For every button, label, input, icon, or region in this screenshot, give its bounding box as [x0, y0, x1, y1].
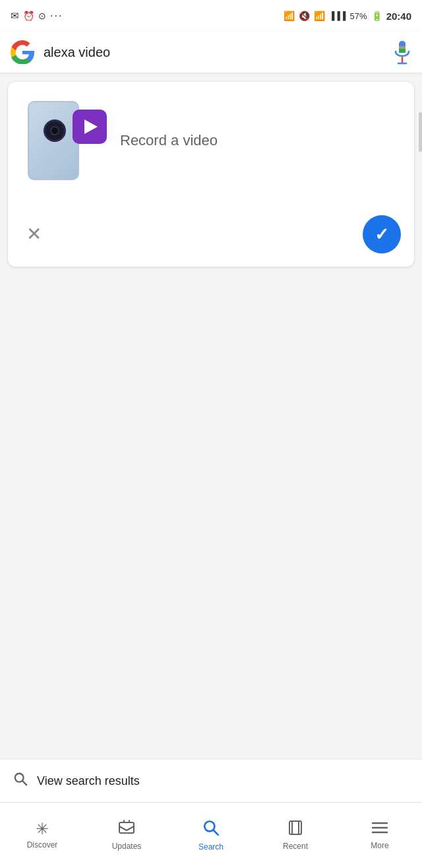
svg-rect-13	[292, 821, 299, 834]
nav-item-updates[interactable]: Updates	[84, 813, 169, 857]
status-right-icons: 📶 🔇 📶 ▐▐▐ 57% 🔋 20:40	[284, 11, 411, 22]
bluetooth-icon: 📶	[284, 11, 295, 21]
settings-icon: ⊙	[38, 11, 46, 21]
svg-line-8	[22, 781, 26, 785]
updates-label: Updates	[112, 842, 142, 851]
search-small-icon	[13, 772, 28, 790]
discover-icon: ✳	[36, 821, 49, 837]
checkmark-icon: ✓	[375, 224, 389, 245]
discover-label: Discover	[27, 840, 58, 850]
battery-icon: 🔋	[371, 11, 382, 21]
svg-rect-4	[399, 49, 406, 53]
dots-icon: ···	[50, 10, 63, 22]
camera-lens-inner	[50, 126, 59, 135]
card-actions: ✕ ✓	[21, 210, 401, 253]
more-label: More	[371, 841, 388, 850]
clock: 20:40	[386, 11, 411, 22]
nav-item-more[interactable]: More	[338, 814, 422, 857]
search-query[interactable]: alexa video	[44, 45, 384, 60]
action-card: Record a video ✕ ✓	[8, 82, 414, 267]
card-content: Record a video	[21, 98, 401, 184]
camera-lens	[44, 119, 66, 142]
battery-level: 57%	[350, 11, 367, 21]
bottom-navigation: ✳ Discover Updates Search	[0, 802, 422, 868]
signal-icon: ▐▐▐	[329, 11, 346, 20]
svg-line-11	[214, 830, 218, 835]
updates-icon	[118, 820, 135, 838]
svg-rect-12	[289, 821, 301, 834]
mute-icon: 🔇	[299, 11, 310, 21]
mic-icon[interactable]	[393, 40, 411, 65]
confirm-button[interactable]: ✓	[363, 215, 401, 253]
alarm-icon: ⏰	[23, 11, 34, 21]
nav-item-recent[interactable]: Recent	[253, 813, 338, 857]
card-title: Record a video	[120, 132, 218, 149]
scroll-indicator	[419, 112, 422, 152]
search-nav-icon	[202, 819, 220, 839]
close-button[interactable]: ✕	[21, 220, 47, 249]
search-bar[interactable]: alexa video	[0, 32, 422, 73]
search-label: Search	[198, 842, 224, 851]
recent-icon	[287, 820, 303, 838]
more-icon	[371, 820, 388, 838]
nav-item-discover[interactable]: ✳ Discover	[0, 815, 84, 856]
mail-icon: ✉	[11, 10, 19, 22]
play-badge-icon	[73, 110, 107, 144]
wifi-icon: 📶	[314, 11, 325, 21]
view-search-results-bar[interactable]: View search results	[0, 760, 422, 802]
video-camera-icon	[21, 98, 107, 184]
camera-body	[28, 101, 79, 180]
nav-item-search[interactable]: Search	[169, 813, 253, 858]
status-bar: ✉ ⏰ ⊙ ··· 📶 🔇 📶 ▐▐▐ 57% 🔋 20:40	[0, 0, 422, 32]
status-left-icons: ✉ ⏰ ⊙ ···	[11, 10, 63, 22]
recent-label: Recent	[283, 842, 308, 851]
google-logo-icon	[11, 40, 34, 64]
play-triangle	[84, 119, 98, 134]
view-search-label: View search results	[37, 774, 140, 788]
